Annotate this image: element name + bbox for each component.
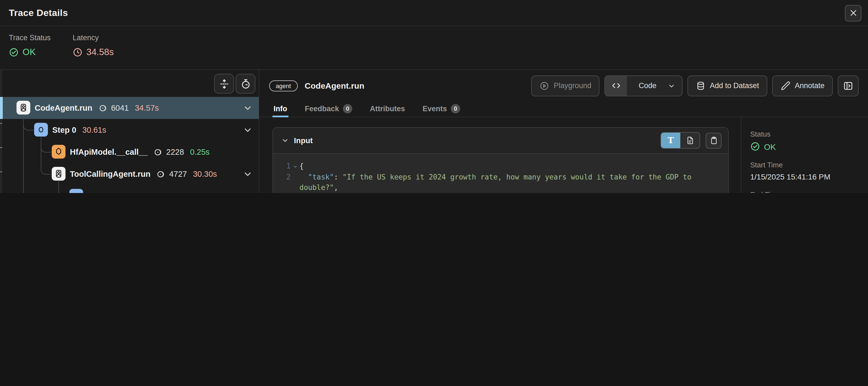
token-count: 6041 (98, 103, 129, 113)
span-tree-panel: CodeAgent.run604134.57sStep 030.61sHfApi… (0, 70, 259, 193)
token-count-value: 6041 (111, 103, 129, 112)
tree-connector (58, 182, 69, 193)
chevron-down-icon[interactable] (243, 103, 253, 113)
tree-row[interactable]: Step 01.09s (0, 185, 259, 193)
input-code: 1{2 "task": "If the US keeps it 2024 gro… (273, 154, 728, 193)
expand-collapse-all-button[interactable] (214, 74, 234, 94)
tree-toolbar (214, 74, 255, 94)
timing-toggle-button[interactable] (236, 74, 255, 94)
span-name: CodeAgent.run (35, 103, 92, 112)
span-tree: CodeAgent.run604134.57sStep 030.61sHfApi… (0, 97, 259, 193)
tree-connector (41, 138, 51, 152)
tree-guide-line (23, 163, 24, 185)
tokens-icon (157, 169, 167, 179)
toggle-details-panel-button[interactable] (838, 75, 859, 96)
fold-gutter (290, 172, 300, 193)
add-to-dataset-button[interactable]: Add to Dataset (687, 75, 767, 96)
trace-latency-stat: Latency 34.58s (73, 34, 114, 69)
span-body: Input T 1{2 "task": "If the US keeps it … (259, 117, 868, 193)
tab-strip: InfoFeedback0AttributesEvents0 (259, 101, 868, 117)
tree-row[interactable]: HfApiModel.__call__22280.25s (0, 141, 259, 163)
chevron-down-icon[interactable] (243, 191, 253, 193)
detail-value-text: OK (764, 142, 776, 151)
text-view-toggle[interactable]: T (661, 133, 680, 148)
fold-chevron-icon[interactable] (290, 161, 300, 172)
span-details-panel: StatusOKStart Time1/15/2025 15:41:16 PME… (741, 117, 868, 193)
line-number: 2 (277, 172, 290, 193)
detail-field-start-time: Start Time1/15/2025 15:41:16 PM (750, 161, 860, 181)
span-duration: 0.25s (190, 148, 210, 156)
tree-connector (23, 116, 34, 130)
close-icon (849, 9, 857, 17)
tab-label: Info (274, 105, 287, 113)
detail-value-status: OK (750, 142, 860, 151)
chevron-down-icon (668, 82, 675, 89)
text-icon: T (668, 136, 674, 145)
tab-label: Attributes (370, 105, 405, 113)
step-icon (34, 123, 48, 137)
tree-row[interactable]: ToolCallingAgent.run472730.30s (0, 163, 259, 185)
token-count-value: 4727 (169, 170, 187, 178)
panel-right-icon (843, 80, 854, 91)
view-mode-toggle: T (660, 132, 700, 149)
agent-icon (52, 167, 65, 181)
check-circle-icon (9, 47, 19, 57)
token-count: 2228 (154, 147, 184, 157)
tab-attributes[interactable]: Attributes (369, 101, 406, 117)
llm-icon (52, 145, 65, 158)
file-icon (686, 136, 694, 145)
code-line: 1{ (273, 161, 728, 172)
tab-label: Feedback (305, 105, 339, 113)
span-header: agent CodeAgent.run Playground Code (259, 70, 868, 101)
code-content: "task": "If the US keeps it 2024 growth … (300, 172, 719, 193)
trace-latency-value: 34.58s (86, 47, 114, 57)
json-view-toggle[interactable] (680, 133, 700, 148)
span-actions: Playground Code Add to Dataset Annotate (531, 75, 859, 96)
tab-info[interactable]: Info (273, 101, 288, 117)
span-duration: 1.09s (118, 191, 137, 193)
copy-button[interactable] (706, 132, 721, 148)
pencil-icon (780, 81, 790, 91)
span-detail-region: agent CodeAgent.run Playground Code (259, 70, 868, 193)
chevron-down-icon[interactable] (243, 169, 253, 179)
tokens-icon (154, 147, 164, 157)
playground-button[interactable]: Playground (531, 75, 600, 96)
page-title: Trace Details (9, 7, 68, 19)
tokens-icon (98, 103, 109, 113)
close-button[interactable] (845, 5, 861, 21)
detail-value-text: 1/15/2025 15:41:16 PM (750, 172, 830, 181)
input-card: Input T 1{2 "task": "If the US keeps it … (273, 127, 729, 193)
code-icon (611, 80, 621, 91)
agent-icon (17, 101, 30, 115)
modal-content: CodeAgent.run604134.57sStep 030.61sHfApi… (0, 70, 868, 193)
tree-row[interactable]: Step 030.61s (0, 119, 259, 141)
tree-guide-line (23, 185, 24, 193)
span-name: Step 0 (52, 125, 76, 135)
clock-icon (73, 47, 83, 57)
chevron-down-icon[interactable] (243, 125, 253, 135)
selected-row-accent (0, 97, 3, 119)
modal-header: Trace Details (0, 0, 868, 26)
tab-events[interactable]: Events0 (422, 101, 462, 117)
annotate-label: Annotate (795, 82, 825, 90)
span-name: ToolCallingAgent.run (70, 170, 151, 178)
code-line: 2 "task": "If the US keeps it 2024 growt… (273, 172, 728, 193)
collapse-chevron-icon[interactable] (281, 137, 289, 144)
tab-feedback[interactable]: Feedback0 (304, 101, 354, 117)
trace-details-modal: Trace Details Trace Status OK Latency 34… (0, 0, 868, 193)
code-dropdown[interactable]: Code (604, 75, 683, 96)
tree-guide-line (23, 141, 24, 163)
play-circle-icon (539, 81, 549, 91)
span-kind-badge: agent (269, 80, 298, 91)
input-card-title: Input (294, 136, 660, 145)
tab-count-badge: 0 (343, 104, 352, 113)
span-duration: 30.30s (193, 170, 217, 178)
expand-vertical-icon (218, 78, 230, 89)
playground-label: Playground (554, 82, 591, 90)
annotate-button[interactable]: Annotate (772, 75, 833, 96)
detail-field-end-time: End Time1/15/2025 15:41:50 PM (750, 190, 860, 193)
database-icon (695, 81, 705, 91)
token-count: 4727 (157, 169, 187, 179)
detail-value-start-time: 1/15/2025 15:41:16 PM (750, 172, 860, 181)
tree-row[interactable]: CodeAgent.run604134.57s (0, 97, 259, 119)
